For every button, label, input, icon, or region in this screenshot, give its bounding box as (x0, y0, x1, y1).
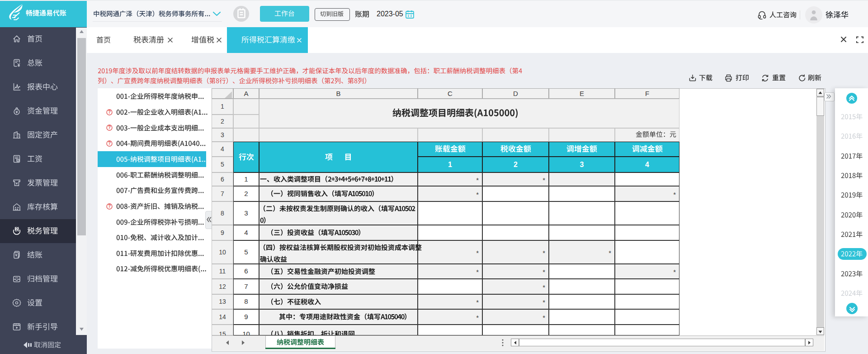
svg-text:?: ? (108, 110, 111, 115)
svg-text:?: ? (108, 141, 111, 146)
svg-text:?: ? (108, 204, 111, 209)
svg-text:?: ? (108, 125, 111, 130)
